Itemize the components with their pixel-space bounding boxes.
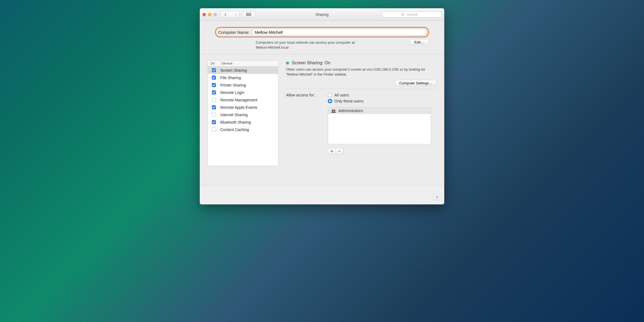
service-checkbox[interactable]: [212, 76, 216, 80]
nav-buttons: [221, 11, 240, 18]
service-label: Remote Apple Events: [220, 105, 278, 110]
radio-all-users[interactable]: All users: [328, 93, 437, 97]
svg-line-1: [403, 15, 404, 16]
status-indicator-icon: [286, 62, 289, 65]
service-label: Bluetooth Sharing: [220, 120, 278, 124]
preferences-window: Sharing Computer Name: Computers on your…: [200, 8, 444, 204]
service-checkbox[interactable]: [212, 120, 216, 124]
status-text: Screen Sharing: On: [292, 60, 331, 65]
svg-point-2: [332, 110, 333, 111]
detail-pane: Screen Sharing: On Other users can acces…: [286, 60, 437, 185]
service-checkbox[interactable]: [212, 127, 216, 132]
svg-point-0: [402, 13, 404, 15]
service-label: Screen Sharing: [220, 68, 278, 73]
access-row: Allow access for: All users Only these u…: [286, 93, 437, 154]
group-icon: [331, 109, 336, 112]
footer-pane: ?: [200, 185, 444, 204]
service-row[interactable]: Remote Apple Events: [208, 104, 278, 111]
service-label: Remote Management: [220, 98, 278, 102]
remove-user-button[interactable]: [335, 148, 343, 154]
col-service: Service: [220, 61, 278, 66]
services-list: On Service Screen SharingFile SharingPri…: [207, 60, 278, 166]
help-button[interactable]: ?: [434, 195, 440, 201]
radio-only-label: Only these users:: [334, 99, 364, 103]
window-controls: [202, 13, 217, 16]
service-row[interactable]: Content Caching: [208, 126, 278, 133]
users-list[interactable]: Administrators: [328, 107, 431, 144]
edit-button[interactable]: Edit…: [410, 39, 429, 45]
service-description: Other users can access your computer's s…: [286, 67, 437, 77]
user-row[interactable]: Administrators: [328, 107, 431, 114]
service-row[interactable]: Printer Sharing: [208, 81, 278, 89]
plus-icon: [330, 149, 334, 153]
access-label: Allow access for:: [286, 93, 325, 154]
computer-name-highlight: Computer Name:: [215, 27, 429, 37]
minus-icon: [338, 149, 341, 153]
service-row[interactable]: Remote Login: [208, 89, 278, 96]
header-pane: Computer Name: Computers on your local n…: [200, 21, 444, 54]
service-row[interactable]: File Sharing: [208, 74, 278, 81]
show-all-button[interactable]: [242, 11, 255, 18]
search-icon: [401, 13, 404, 16]
close-icon[interactable]: [202, 13, 206, 16]
divider: [286, 89, 437, 89]
service-label: Remote Login: [220, 90, 278, 95]
computer-name-input[interactable]: [252, 29, 426, 35]
cn-desc-line2: Mellow-Mitchell.local: [256, 45, 405, 50]
computer-settings-button[interactable]: Computer Settings…: [395, 80, 437, 86]
radio-all-label: All users: [334, 93, 349, 97]
radio-icon: [328, 93, 332, 97]
service-checkbox[interactable]: [212, 98, 216, 102]
grid-icon: [246, 13, 251, 16]
service-label: Internet Sharing: [220, 113, 278, 117]
services-header: On Service: [208, 61, 278, 66]
forward-button[interactable]: [230, 11, 240, 18]
chevron-left-icon: [224, 13, 227, 16]
col-on: On: [208, 61, 220, 66]
service-checkbox[interactable]: [212, 113, 216, 117]
titlebar: Sharing: [200, 8, 444, 21]
minimize-icon[interactable]: [208, 13, 211, 16]
service-checkbox[interactable]: [212, 90, 216, 95]
content-pane: On Service Screen SharingFile SharingPri…: [200, 54, 444, 185]
service-row[interactable]: Screen Sharing: [208, 66, 278, 74]
computer-name-description: Computers on your local network can acce…: [256, 40, 405, 50]
service-checkbox[interactable]: [212, 105, 216, 109]
chevron-right-icon: [234, 13, 237, 16]
maximize-icon: [213, 13, 217, 16]
add-user-button[interactable]: [328, 148, 335, 154]
computer-name-label: Computer Name:: [218, 30, 249, 35]
svg-point-3: [334, 110, 335, 111]
search-input[interactable]: [406, 12, 423, 17]
service-checkbox[interactable]: [212, 83, 216, 87]
service-row[interactable]: Internet Sharing: [208, 111, 278, 118]
cn-desc-line1: Computers on your local network can acce…: [256, 40, 405, 45]
radio-icon: [328, 99, 332, 103]
radio-only-users[interactable]: Only these users:: [328, 99, 437, 103]
back-button[interactable]: [221, 11, 230, 18]
add-remove-buttons: [328, 148, 437, 154]
search-field[interactable]: [382, 12, 442, 18]
service-checkbox[interactable]: [212, 68, 216, 72]
user-label: Administrators: [338, 109, 363, 113]
service-row[interactable]: Remote Management: [208, 96, 278, 104]
service-label: Content Caching: [220, 127, 278, 132]
service-row[interactable]: Bluetooth Sharing: [208, 118, 278, 126]
service-label: File Sharing: [220, 76, 278, 80]
status-row: Screen Sharing: On: [286, 60, 437, 65]
service-label: Printer Sharing: [220, 83, 278, 87]
